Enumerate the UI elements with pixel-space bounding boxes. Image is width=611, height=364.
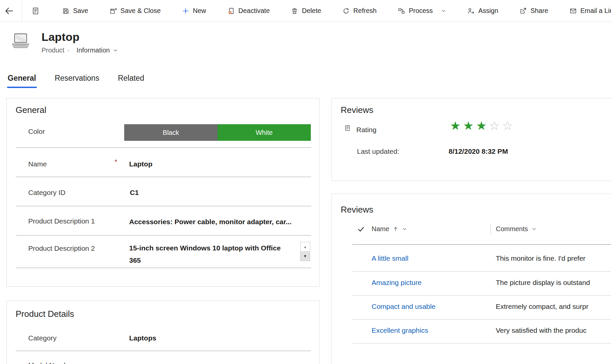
save-close-icon — [110, 7, 117, 15]
product-details-title: Product Details — [16, 309, 74, 319]
category-field-value[interactable]: Laptops — [129, 334, 156, 342]
chevron-down-icon[interactable] — [402, 227, 407, 231]
share-label: Share — [530, 7, 548, 15]
category-id-field-value[interactable]: C1 — [130, 189, 139, 197]
laptop-product-image — [11, 33, 30, 50]
product-form-page: Save Save & Close New Deactivate Delete … — [0, 0, 611, 364]
review-link[interactable]: Compact and usable — [372, 303, 436, 311]
deactivate-button[interactable]: Deactivate — [219, 0, 279, 22]
row-divider — [352, 295, 611, 296]
sort-ascending-icon — [393, 226, 398, 232]
star-empty-icon: ☆ — [489, 119, 502, 133]
category-field-label: Category — [28, 334, 56, 342]
form-tabs: General Reservations Related — [7, 72, 145, 88]
new-label: New — [193, 7, 206, 15]
color-option-black-label: Black — [163, 129, 179, 136]
review-comment: Extremely compact, and surpr — [496, 303, 588, 311]
tab-reservations-label: Reservations — [55, 74, 99, 82]
row-divider — [352, 343, 611, 343]
review-link[interactable]: Excellent graphics — [372, 326, 428, 334]
chevron-down-icon[interactable] — [441, 8, 446, 13]
save-icon — [62, 7, 69, 15]
save-button[interactable]: Save — [53, 0, 97, 22]
scroll-down-button[interactable]: ▼ — [301, 251, 310, 261]
toolbar-separator — [22, 0, 22, 22]
subtitle-dot: · — [67, 46, 69, 54]
reviews-summary-section: Reviews Rating ★★★☆☆ Last updated: 8/12/… — [331, 98, 611, 181]
category-id-field-label: Category ID — [28, 189, 65, 197]
share-icon — [519, 7, 527, 15]
email-a-link-button[interactable]: Email a Link — [561, 0, 611, 22]
color-option-white[interactable]: White — [218, 124, 311, 141]
column-separator — [490, 224, 491, 234]
field-divider — [16, 351, 311, 351]
reviews-summary-title: Reviews — [341, 105, 373, 115]
entity-name: Product — [42, 46, 64, 54]
email-icon — [569, 7, 577, 15]
review-link[interactable]: A little small — [372, 254, 408, 262]
field-divider — [16, 268, 311, 268]
new-button[interactable]: New — [173, 0, 215, 22]
star-empty-icon: ☆ — [502, 119, 515, 133]
review-comment: This monitor is fine. I'd prefer — [496, 254, 585, 262]
color-option-white-label: White — [256, 129, 273, 136]
refresh-icon — [342, 7, 350, 15]
star-filled-icon: ★ — [463, 119, 476, 133]
scroll-up-button[interactable]: ▲ — [301, 242, 310, 251]
row-divider — [352, 319, 611, 319]
field-divider — [16, 235, 311, 235]
field-divider — [16, 147, 311, 148]
product-details-section: Product Details Category Laptops Model N… — [6, 301, 320, 364]
save-and-close-button[interactable]: Save & Close — [101, 0, 169, 22]
column-header-comments[interactable]: Comments — [496, 225, 537, 233]
delete-button[interactable]: Delete — [282, 0, 330, 22]
product-description-1-value[interactable]: Accessories: Power cable, monitor adapte… — [129, 218, 292, 226]
column-header-name[interactable]: Name — [372, 225, 407, 233]
refresh-label: Refresh — [353, 7, 377, 15]
back-arrow-icon — [4, 6, 14, 16]
rating-field-label: Rating — [356, 126, 377, 134]
review-comment: The picture display is outstand — [496, 279, 590, 287]
star-rating: ★★★☆☆ — [450, 119, 515, 133]
field-divider — [16, 206, 311, 206]
plus-icon — [182, 7, 189, 15]
column-header-name-label: Name — [372, 225, 389, 233]
form-icon — [32, 7, 40, 15]
trash-icon — [291, 7, 298, 15]
deactivate-label: Deactivate — [238, 7, 270, 15]
review-link[interactable]: Amazing picture — [372, 279, 422, 287]
tab-related[interactable]: Related — [117, 72, 145, 88]
model-number-field-label: Model Number — [28, 361, 74, 364]
reviews-subgrid-title: Reviews — [341, 205, 373, 215]
process-button[interactable]: Process — [389, 0, 455, 22]
field-divider — [16, 177, 311, 177]
product-description-2-value[interactable]: 15-inch screen Windows 10 laptop with Of… — [129, 242, 287, 267]
save-and-close-label: Save & Close — [121, 7, 161, 15]
name-field-value[interactable]: Laptop — [129, 160, 152, 168]
share-button[interactable]: Share — [511, 0, 557, 22]
process-label: Process — [409, 7, 433, 15]
deactivate-icon — [227, 7, 235, 15]
column-header-comments-label: Comments — [496, 225, 528, 233]
star-filled-icon: ★ — [476, 119, 489, 133]
form-switcher[interactable]: Information — [77, 46, 118, 54]
save-label: Save — [73, 7, 88, 15]
record-title-block: Laptop Product · Information — [42, 31, 118, 54]
chevron-down-icon[interactable] — [532, 227, 537, 231]
tab-reservations[interactable]: Reservations — [54, 72, 100, 88]
general-section-title: General — [16, 105, 46, 115]
form-selector-button[interactable] — [26, 0, 45, 22]
back-button[interactable] — [0, 0, 18, 22]
rating-field-icon — [344, 125, 351, 131]
assign-button[interactable]: Assign — [459, 0, 507, 22]
refresh-button[interactable]: Refresh — [334, 0, 385, 22]
tab-related-label: Related — [118, 74, 144, 82]
assign-label: Assign — [478, 7, 498, 15]
tab-general[interactable]: General — [7, 72, 37, 88]
color-option-black[interactable]: Black — [124, 124, 218, 141]
record-title: Laptop — [42, 31, 118, 44]
email-a-link-label: Email a Link — [580, 7, 611, 15]
form-switcher-label: Information — [77, 46, 110, 54]
select-all-checkmark-icon[interactable] — [357, 225, 365, 233]
delete-label: Delete — [302, 7, 321, 15]
